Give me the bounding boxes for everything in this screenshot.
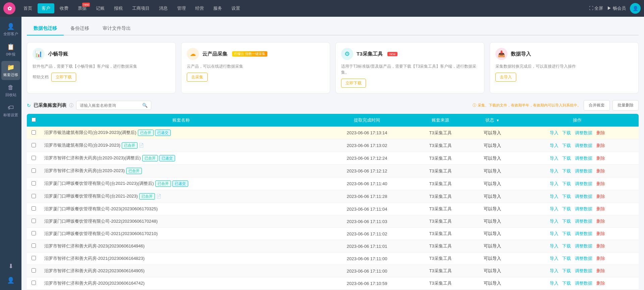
row-checkbox[interactable] bbox=[32, 181, 36, 186]
action-adjust[interactable]: 调整数据 bbox=[575, 268, 592, 273]
action-delete[interactable]: 删除 bbox=[596, 219, 605, 224]
action-download[interactable]: 下载 bbox=[562, 256, 571, 261]
action-import[interactable]: 导入 bbox=[550, 156, 558, 161]
action-import[interactable]: 导入 bbox=[550, 256, 558, 261]
action-download[interactable]: 下载 bbox=[562, 156, 571, 161]
action-download[interactable]: 下载 bbox=[562, 219, 571, 224]
row-checkbox[interactable] bbox=[32, 231, 36, 235]
nav-service[interactable]: 服务 bbox=[209, 3, 226, 13]
search-input[interactable] bbox=[80, 103, 140, 108]
action-import[interactable]: 导入 bbox=[550, 243, 558, 248]
action-download[interactable]: 下载 bbox=[562, 281, 571, 286]
download-now-btn-3[interactable]: 立即下载 bbox=[341, 79, 366, 88]
import-btn[interactable]: 去导入 bbox=[495, 73, 516, 82]
search-icon[interactable]: 🔍 bbox=[142, 103, 148, 108]
download-now-btn-1[interactable]: 立即下载 bbox=[51, 73, 76, 82]
sidebar-item-tags[interactable]: 🏷 标签设置 bbox=[1, 101, 20, 120]
action-delete[interactable]: 删除 bbox=[596, 181, 605, 186]
action-import[interactable]: 导入 bbox=[550, 268, 558, 273]
action-adjust[interactable]: 调整数据 bbox=[575, 256, 592, 261]
action-adjust[interactable]: 调整数据 bbox=[575, 219, 592, 224]
sidebar-item-zero-report[interactable]: 📋 0申报 bbox=[1, 41, 20, 60]
help-doc-link[interactable]: 帮助文档 bbox=[33, 74, 49, 80]
action-download[interactable]: 下载 bbox=[562, 206, 571, 211]
user-avatar[interactable]: 👤 bbox=[630, 3, 641, 14]
nav-message[interactable]: 消息 bbox=[155, 3, 172, 13]
action-adjust[interactable]: 调整数据 bbox=[575, 130, 592, 135]
row-checkbox[interactable] bbox=[32, 156, 36, 160]
action-import[interactable]: 导入 bbox=[550, 281, 558, 286]
action-delete[interactable]: 删除 bbox=[596, 268, 605, 273]
action-import[interactable]: 导入 bbox=[550, 168, 558, 173]
action-adjust[interactable]: 调整数据 bbox=[575, 194, 592, 199]
action-import[interactable]: 导入 bbox=[550, 194, 558, 199]
nav-bookkeeping[interactable]: 记账 bbox=[92, 3, 109, 13]
row-checkbox[interactable] bbox=[32, 268, 36, 273]
tab-backup-migration[interactable]: 备份迁移 bbox=[64, 22, 96, 35]
action-adjust[interactable]: 调整数据 bbox=[575, 206, 592, 211]
action-download[interactable]: 下载 bbox=[562, 143, 571, 148]
merge-accounts-btn[interactable]: 合并账套 bbox=[584, 100, 610, 111]
sidebar-item-all-clients[interactable]: 👤 全部客户 bbox=[1, 20, 20, 39]
info-icon[interactable]: ⓘ bbox=[69, 102, 73, 108]
action-import[interactable]: 导入 bbox=[550, 130, 558, 135]
nav-home[interactable]: 首页 bbox=[19, 3, 36, 13]
action-download[interactable]: 下载 bbox=[562, 130, 571, 135]
nav-settings[interactable]: 设置 bbox=[227, 3, 244, 13]
action-import[interactable]: 导入 bbox=[550, 143, 558, 148]
row-checkbox[interactable] bbox=[32, 206, 36, 211]
action-delete[interactable]: 删除 bbox=[596, 130, 605, 135]
row-checkbox[interactable] bbox=[32, 194, 36, 198]
action-delete[interactable]: 删除 bbox=[596, 243, 605, 248]
action-delete[interactable]: 删除 bbox=[596, 256, 605, 261]
action-download[interactable]: 下载 bbox=[562, 268, 571, 273]
action-import[interactable]: 导入 bbox=[550, 181, 558, 186]
row-checkbox[interactable] bbox=[32, 281, 36, 285]
row-checkbox[interactable] bbox=[32, 243, 36, 248]
action-adjust[interactable]: 调整数据 bbox=[575, 156, 592, 161]
action-download[interactable]: 下载 bbox=[562, 181, 571, 186]
action-delete[interactable]: 删除 bbox=[596, 194, 605, 199]
action-delete[interactable]: 删除 bbox=[596, 168, 605, 173]
row-checkbox[interactable] bbox=[32, 130, 36, 135]
action-delete[interactable]: 删除 bbox=[596, 156, 605, 161]
nav-business[interactable]: 工商项目 bbox=[128, 3, 154, 13]
action-download[interactable]: 下载 bbox=[562, 194, 571, 199]
refresh-icon[interactable]: ↻ bbox=[27, 103, 31, 108]
action-adjust[interactable]: 调整数据 bbox=[575, 243, 592, 248]
action-adjust[interactable]: 调整数据 bbox=[575, 143, 592, 148]
row-checkbox[interactable] bbox=[32, 256, 36, 260]
nav-operation[interactable]: 经营 bbox=[191, 3, 208, 13]
row-checkbox[interactable] bbox=[32, 219, 36, 223]
action-delete[interactable]: 删除 bbox=[596, 143, 605, 148]
action-adjust[interactable]: 调整数据 bbox=[575, 281, 592, 286]
action-import[interactable]: 导入 bbox=[550, 231, 558, 236]
nav-invoice[interactable]: 票据new bbox=[74, 3, 91, 13]
tab-data-migration[interactable]: 数据包迁移 bbox=[27, 22, 64, 35]
row-checkbox[interactable] bbox=[32, 168, 36, 173]
collect-btn[interactable]: 去采集 bbox=[187, 73, 208, 82]
sidebar-item-user[interactable]: 👤 bbox=[1, 274, 20, 287]
action-delete[interactable]: 删除 bbox=[596, 231, 605, 236]
action-import[interactable]: 导入 bbox=[550, 219, 558, 224]
row-checkbox[interactable] bbox=[32, 143, 36, 147]
sidebar-item-migration[interactable]: 📁 账套迁移 bbox=[1, 61, 20, 80]
tab-audit-export[interactable]: 审计文件导出 bbox=[96, 22, 138, 35]
sidebar-item-download[interactable]: ⬇ bbox=[1, 260, 20, 273]
nav-tax[interactable]: 报税 bbox=[110, 3, 127, 13]
nav-fee[interactable]: 收费 bbox=[56, 3, 72, 13]
action-import[interactable]: 导入 bbox=[550, 206, 558, 211]
nav-manage[interactable]: 管理 bbox=[173, 3, 190, 13]
fullscreen-btn[interactable]: ⛶ 全屏 bbox=[589, 5, 603, 11]
action-download[interactable]: 下载 bbox=[562, 231, 571, 236]
action-delete[interactable]: 删除 bbox=[596, 281, 605, 286]
action-download[interactable]: 下载 bbox=[562, 168, 571, 173]
membership-btn[interactable]: ▶ 畅会员 bbox=[607, 5, 626, 11]
batch-delete-btn[interactable]: 批量删除 bbox=[612, 100, 639, 111]
action-download[interactable]: 下载 bbox=[562, 243, 571, 248]
select-all-checkbox[interactable] bbox=[32, 118, 36, 122]
action-delete[interactable]: 删除 bbox=[596, 206, 605, 211]
sidebar-item-recycle[interactable]: 🗑 回收站 bbox=[1, 81, 20, 100]
action-adjust[interactable]: 调整数据 bbox=[575, 181, 592, 186]
action-adjust[interactable]: 调整数据 bbox=[575, 231, 592, 236]
